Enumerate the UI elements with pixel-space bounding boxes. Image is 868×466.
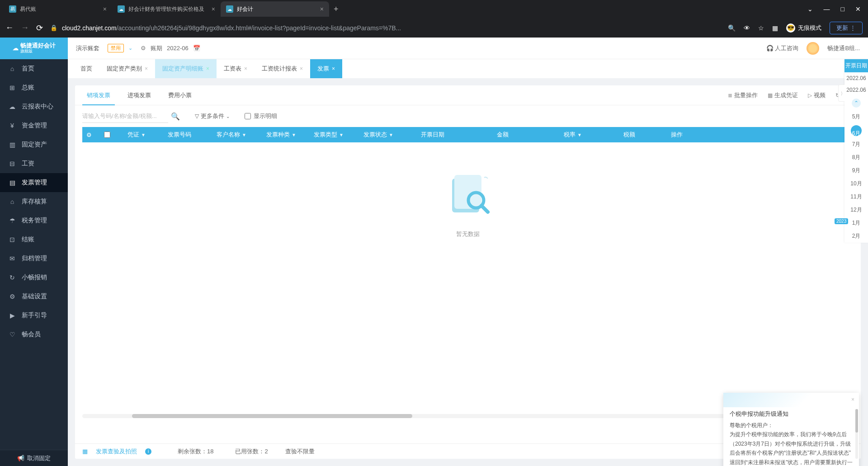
tab-close-icon[interactable]: × <box>320 5 324 13</box>
scrollbar-thumb[interactable] <box>132 414 412 418</box>
notification-scrollbar[interactable] <box>855 409 858 459</box>
rail-month[interactable]: 5月 <box>844 110 868 123</box>
filter-icon[interactable]: ▼ <box>339 132 344 137</box>
batch-action-button[interactable]: ≣批量操作 <box>728 91 758 99</box>
app-logo[interactable]: ☁ 畅捷通好会计 旗舰版 <box>0 38 68 59</box>
zoom-icon[interactable]: 🔍 <box>728 24 736 32</box>
page-tab-asset-detail[interactable]: 固定资产明细账× <box>155 59 217 78</box>
sidebar-item-funds[interactable]: ¥资金管理 <box>0 116 68 135</box>
page-tab-home[interactable]: 首页 <box>73 59 99 78</box>
account-name[interactable]: 演示账套 <box>68 44 108 52</box>
period-selector[interactable]: ⚙ 账期 2022-06 📅 <box>141 44 200 52</box>
sub-tab-expense-receipt[interactable]: 费用小票 <box>164 85 196 105</box>
rail-month[interactable]: 10月 <box>844 177 868 190</box>
sidebar-item-guide[interactable]: ▶新手引导 <box>0 306 68 325</box>
eye-off-icon[interactable]: 👁 <box>744 24 750 32</box>
filter-icon[interactable]: ▼ <box>389 132 393 137</box>
th-invoice-type[interactable]: 发票类型▼ <box>304 131 354 139</box>
info-icon[interactable]: i <box>145 448 151 455</box>
sidebar-item-archive[interactable]: ✉归档管理 <box>0 249 68 268</box>
th-settings[interactable]: ⚙ <box>82 132 96 138</box>
close-window-icon[interactable]: ✕ <box>855 5 861 13</box>
sidebar-item-invoice[interactable]: ▤发票管理 <box>0 173 68 192</box>
rail-month[interactable]: 11月 <box>844 190 868 203</box>
th-tax-amount[interactable]: 税额 <box>602 131 656 139</box>
rail-month-current[interactable]: 6月 <box>851 125 862 136</box>
rail-month[interactable]: 2月 <box>844 230 868 243</box>
th-checkbox[interactable] <box>96 132 118 138</box>
page-tab-asset-category[interactable]: 固定资产类别× <box>99 59 155 78</box>
calendar-icon[interactable]: 📅 <box>193 45 200 52</box>
bookmark-star-icon[interactable]: ☆ <box>758 24 764 32</box>
close-icon[interactable]: × <box>206 59 209 78</box>
sidebar-item-expense[interactable]: ↻小畅报销 <box>0 268 68 287</box>
page-tab-salary[interactable]: 工资表× <box>217 59 255 78</box>
browser-tab-active[interactable]: ☁ 好会计 × <box>221 1 329 17</box>
rail-month[interactable]: 8月 <box>844 151 868 164</box>
sidebar-item-assets[interactable]: ▥固定资产 <box>0 135 68 154</box>
rail-year[interactable]: 2022.06 <box>846 84 866 96</box>
url-bar[interactable]: 🔒 cloud2.chanjet.com/accounting/uh26t264… <box>50 24 721 32</box>
sidebar-item-salary[interactable]: ⊟工资 <box>0 154 68 173</box>
scrollbar-thumb[interactable] <box>855 409 858 433</box>
sidebar-item-report[interactable]: ☁云报表中心 <box>0 97 68 116</box>
generate-voucher-button[interactable]: ▦生成凭证 <box>768 91 798 99</box>
gear-icon[interactable]: ⚙ <box>141 45 146 52</box>
sub-tab-purchase-invoice[interactable]: 进项发票 <box>123 85 156 105</box>
th-invoice-status[interactable]: 发票状态▼ <box>354 131 403 139</box>
sidebar-item-member[interactable]: ♡畅会员 <box>0 325 68 344</box>
select-all-checkbox[interactable] <box>104 132 110 138</box>
sidebar-item-tax[interactable]: ☂税务管理 <box>0 211 68 230</box>
th-customer[interactable]: 客户名称▼ <box>204 131 259 139</box>
chevron-down-icon[interactable]: ⌄ <box>128 45 132 51</box>
new-tab-button[interactable]: + <box>329 5 343 14</box>
filter-icon[interactable]: ▼ <box>292 132 296 137</box>
rail-year[interactable]: 2022.06 <box>846 72 866 84</box>
sidebar-item-closing[interactable]: ⊡结账 <box>0 230 68 249</box>
support-link[interactable]: 🎧 人工咨询 <box>766 44 799 52</box>
th-amount[interactable]: 金额 <box>462 131 543 139</box>
th-invoice-kind[interactable]: 发票种类▼ <box>259 131 304 139</box>
browser-tab[interactable]: ☁ 好会计财务管理软件购买价格及 × <box>112 1 221 17</box>
sidebar-unpin-button[interactable]: 📢取消固定 <box>0 450 68 466</box>
sidebar-item-ledger[interactable]: ⊞总账 <box>0 78 68 97</box>
back-icon[interactable]: ← <box>5 23 14 33</box>
minimize-icon[interactable]: ― <box>824 5 830 13</box>
page-tab-invoice[interactable]: 发票× <box>310 59 342 78</box>
filter-icon[interactable]: ▼ <box>141 132 146 137</box>
checkbox-input[interactable] <box>245 113 251 119</box>
sub-tab-sales-invoice[interactable]: 销项发票 <box>82 85 115 105</box>
rail-month[interactable]: 12月 <box>844 203 868 217</box>
browser-tab[interactable]: 易 易代账 × <box>4 1 112 17</box>
tab-close-icon[interactable]: × <box>212 5 215 13</box>
rail-month[interactable]: 7月 <box>844 138 868 151</box>
filter-icon[interactable]: ▼ <box>577 132 582 137</box>
search-input[interactable] <box>82 109 168 123</box>
usage-badge[interactable]: 禁用 <box>108 44 124 52</box>
verify-label[interactable]: 发票查验及拍照 <box>96 447 137 456</box>
maximize-icon[interactable]: □ <box>841 5 844 13</box>
video-button[interactable]: ▷视频 <box>808 91 826 99</box>
rail-month[interactable]: 9月 <box>844 164 868 177</box>
more-conditions-button[interactable]: ▽ 更多条件 ⌄ <box>191 110 234 122</box>
close-icon[interactable]: × <box>145 59 148 78</box>
update-button[interactable]: 更新 ⋮ <box>830 22 863 34</box>
close-icon[interactable]: × <box>300 59 303 78</box>
sidebar-item-settings[interactable]: ⚙基础设置 <box>0 287 68 306</box>
sidebar-item-inventory[interactable]: ⌂库存核算 <box>0 192 68 211</box>
th-invoice-no[interactable]: 发票号码 <box>155 131 204 139</box>
rail-collapse-button[interactable]: ⟩ <box>838 85 844 102</box>
reload-icon[interactable]: ⟳ <box>36 23 43 33</box>
close-icon[interactable]: × <box>244 59 247 78</box>
tab-close-icon[interactable]: × <box>103 5 107 13</box>
sidebar-item-home[interactable]: ⌂首页 <box>0 59 68 78</box>
show-detail-checkbox[interactable]: 显示明细 <box>245 112 277 120</box>
search-icon[interactable]: 🔍 <box>171 112 180 121</box>
th-voucher[interactable]: 凭证▼ <box>118 131 155 139</box>
th-issue-date[interactable]: 开票日期 <box>403 131 462 139</box>
avatar[interactable] <box>807 42 819 55</box>
th-tax-rate[interactable]: 税率▼ <box>543 131 602 139</box>
chevron-down-icon[interactable]: ⌄ <box>807 5 813 13</box>
scroll-up-icon[interactable]: ⌃ <box>852 99 861 108</box>
filter-icon[interactable]: ▼ <box>242 132 246 137</box>
